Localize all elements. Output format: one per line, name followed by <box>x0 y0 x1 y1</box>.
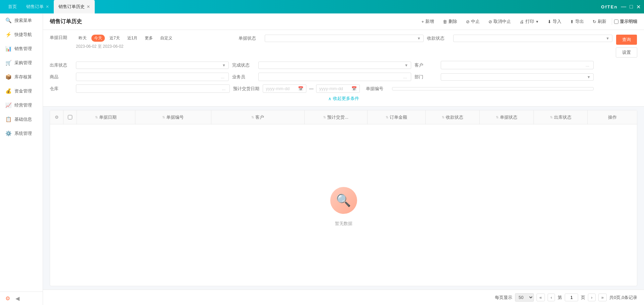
first-page-btn[interactable]: « <box>536 294 545 301</box>
show-detail-checkbox-label[interactable]: 显示明细 <box>614 18 637 25</box>
stop-button[interactable]: ⊘ 中止 <box>463 17 483 26</box>
print-dropdown-icon: ▼ <box>535 20 539 24</box>
sidebar-item-system-mgmt[interactable]: ⚙️ 系统管理 <box>0 126 43 141</box>
select-all-checkbox[interactable] <box>68 115 72 119</box>
order-status-select[interactable]: ▼ <box>265 35 424 42</box>
sidebar-item-sales-mgmt[interactable]: 📊 销售管理 <box>0 42 43 56</box>
tab-home-label: 首页 <box>8 4 17 10</box>
chip-more[interactable]: 更多 <box>142 35 156 42</box>
add-icon: + <box>422 19 424 24</box>
delivery-date-to[interactable]: yyyy-mm-dd 📅 <box>316 84 360 93</box>
right-buttons: 查询 设置 <box>616 35 637 58</box>
window-minimize[interactable]: — <box>621 4 626 10</box>
export-label: 导出 <box>575 18 584 25</box>
sort-icon-date: ⇅ <box>95 115 98 119</box>
import-icon: ⬇ <box>548 19 551 24</box>
tab-sales-order[interactable]: 销售订单 ✕ <box>22 0 54 13</box>
toolbar-divider <box>612 18 612 25</box>
show-detail-checkbox[interactable] <box>614 20 618 24</box>
prev-page-btn[interactable]: ‹ <box>548 294 555 301</box>
window-maximize[interactable]: □ <box>630 4 633 10</box>
print-label: 打印 <box>525 18 534 25</box>
sort-icon-payment: ⇅ <box>442 115 444 119</box>
outbound-status-select[interactable]: ▼ <box>76 62 229 69</box>
delivery-date-label: 预计交货日期 <box>233 86 260 92</box>
payment-status-select[interactable]: ▼ <box>453 35 612 42</box>
th-order-status: ⇅ 单据状态 <box>480 110 534 124</box>
sidebar-item-label: 基础信息 <box>14 116 32 122</box>
page-input[interactable] <box>565 294 578 301</box>
set-button[interactable]: 设置 <box>616 47 637 58</box>
delete-button[interactable]: 🗑 删除 <box>439 17 461 26</box>
delivery-date-from-placeholder: yyyy-mm-dd <box>266 86 290 91</box>
sidebar-item-quick-nav[interactable]: ⚡ 快捷导航 <box>0 28 43 42</box>
chip-today[interactable]: 今天 <box>91 35 105 42</box>
sidebar-settings-icon[interactable]: ⚙ <box>5 295 10 302</box>
customer-dots-btn[interactable]: ... <box>584 63 591 68</box>
page-title: 销售订单历史 <box>50 18 82 25</box>
sidebar-item-label: 快捷导航 <box>14 32 32 38</box>
tab-sales-order-close[interactable]: ✕ <box>46 4 49 9</box>
th-order-status-label: 单据状态 <box>500 114 517 120</box>
payment-status-label: 收款状态 <box>427 35 450 41</box>
sidebar-item-label: 采购管理 <box>14 60 32 66</box>
export-button[interactable]: ⬆ 导出 <box>567 17 587 26</box>
collapse-button[interactable]: ∧ 收起更多条件 <box>50 96 637 102</box>
stop-label: 中止 <box>471 18 480 25</box>
delivery-date-from[interactable]: yyyy-mm-dd 📅 <box>263 84 306 93</box>
warehouse-dots-btn[interactable]: ... <box>220 86 227 91</box>
complete-status-arrow: ▼ <box>404 63 408 67</box>
sidebar-item-business-mgmt[interactable]: 📈 经营管理 <box>0 98 43 112</box>
th-no: ⇅ 单据编号 <box>135 110 211 124</box>
sort-icon-amount: ⇅ <box>386 115 388 119</box>
chip-7days[interactable]: 近7天 <box>107 35 123 42</box>
sidebar: 🔍 搜索菜单 ⚡ 快捷导航 📊 销售管理 🛒 采购管理 📦 库存核算 💰 资金管… <box>0 13 43 305</box>
sidebar-item-basic-info[interactable]: 📋 基础信息 <box>0 112 43 126</box>
tab-sales-order-history[interactable]: 销售订单历史 ✕ <box>54 0 95 13</box>
sort-icon-outbound: ⇅ <box>550 115 553 119</box>
print-button[interactable]: 🖨 打印 ▼ <box>516 17 542 26</box>
outbound-status-label: 出库状态 <box>50 62 73 68</box>
query-button[interactable]: 查询 <box>616 35 637 45</box>
table-select-all[interactable] <box>63 110 77 124</box>
th-delivery-label: 预计交货... <box>327 114 348 120</box>
sidebar-item-search-menu[interactable]: 🔍 搜索菜单 <box>0 13 43 28</box>
collapse-label: 收起更多条件 <box>333 96 359 102</box>
tab-sales-order-history-close[interactable]: ✕ <box>87 4 90 9</box>
th-outbound-label: 出库状态 <box>554 114 571 120</box>
window-close[interactable]: ✕ <box>636 4 641 10</box>
business-mgmt-icon: 📈 <box>5 102 12 108</box>
tab-home[interactable]: 首页 <box>3 0 22 13</box>
add-button[interactable]: + 新增 <box>418 17 438 26</box>
department-select[interactable]: ▼ <box>441 73 594 81</box>
th-no-label: 单据编号 <box>166 114 184 120</box>
quick-nav-icon: ⚡ <box>5 32 12 38</box>
system-mgmt-icon: ⚙️ <box>5 130 12 137</box>
chip-1month[interactable]: 近1月 <box>125 35 140 42</box>
print-icon: 🖨 <box>520 19 524 24</box>
last-page-btn[interactable]: » <box>598 294 607 301</box>
next-page-btn[interactable]: › <box>588 294 595 301</box>
sidebar-item-fund-mgmt[interactable]: 💰 资金管理 <box>0 84 43 98</box>
salesperson-dots-btn[interactable]: ... <box>402 74 408 79</box>
basic-info-icon: 📋 <box>5 116 12 122</box>
page-suffix: 页 <box>581 295 585 301</box>
sidebar-item-label: 经营管理 <box>14 102 32 108</box>
import-button[interactable]: ⬇ 导入 <box>544 17 565 26</box>
chip-custom[interactable]: 自定义 <box>158 35 175 42</box>
chip-yesterday[interactable]: 昨天 <box>76 35 89 42</box>
cancel-stop-button[interactable]: ⊘ 取消中止 <box>485 17 514 26</box>
sidebar-item-purchase-mgmt[interactable]: 🛒 采购管理 <box>0 56 43 70</box>
delivery-date-to-placeholder: yyyy-mm-dd <box>319 86 343 91</box>
window-controls: OfTEn — □ ✕ <box>601 4 641 10</box>
sidebar-expand-icon[interactable]: ◀ <box>15 295 19 302</box>
table-settings-btn[interactable]: ⚙ <box>50 110 63 124</box>
sidebar-item-label: 销售管理 <box>14 46 32 52</box>
page-size-select[interactable]: 50 20 100 200 <box>515 293 534 302</box>
order-status-label: 单据状态 <box>239 35 262 41</box>
product-dots-btn[interactable]: ... <box>219 74 226 79</box>
th-payment-label: 收款状态 <box>446 114 463 120</box>
refresh-button[interactable]: ↻ 刷新 <box>589 17 610 26</box>
sidebar-item-inventory-check[interactable]: 📦 库存核算 <box>0 70 43 84</box>
complete-status-select[interactable]: ▼ <box>258 62 411 69</box>
